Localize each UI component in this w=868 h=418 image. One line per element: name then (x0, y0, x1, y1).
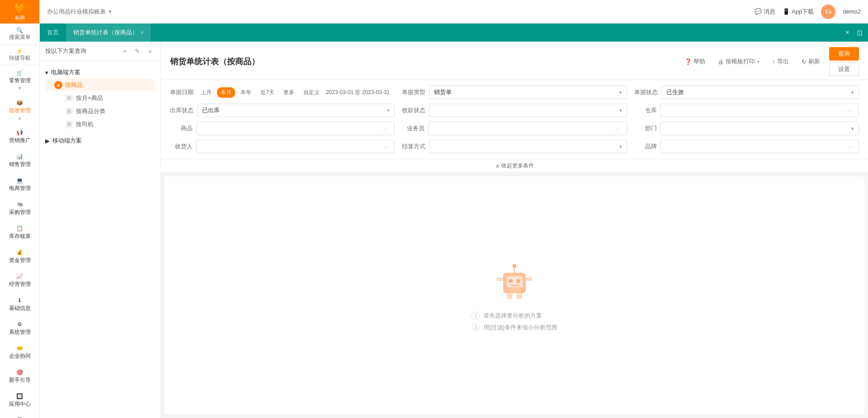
collapse-panel-button[interactable]: « (145, 46, 155, 56)
filter-doc-type: 单据类型 销货单 ▾ (402, 86, 627, 99)
app-download-button[interactable]: 📱 App下载 (783, 8, 814, 16)
warehouse-status-value: 已出库 (202, 106, 220, 114)
mobile-group-title[interactable]: ▶ 移动端方案 (45, 135, 155, 147)
scheme-item-by-goods[interactable]: ● 按商品 (45, 79, 155, 91)
avatar[interactable]: Ea (821, 5, 835, 19)
sidebar-item-retail[interactable]: 🛒 零售管理 ▾ (0, 65, 39, 95)
tab-close-icon[interactable]: × (141, 29, 144, 36)
brand-label: 品牌 (634, 142, 657, 151)
sidebar-item-operations[interactable]: 📈 经营管理 (0, 269, 39, 293)
sidebar-item-label: 电商管理 (9, 185, 31, 192)
sidebar-item-sales[interactable]: 📊 销售管理 (0, 149, 39, 173)
sidebar-item-label: 营销推广 (9, 137, 31, 144)
dept-select[interactable]: ▾ (660, 122, 859, 135)
empty-step-1: 1 请先选择要分析的方案 (472, 312, 557, 320)
svg-rect-7 (526, 277, 533, 281)
sidebar-item-ecommerce[interactable]: 💻 电商管理 (0, 173, 39, 197)
sidebar-item-basicinfo[interactable]: ℹ 基础信息 (0, 293, 39, 317)
sidebar-item-wechat[interactable]: 💬 企业微信 (0, 413, 39, 418)
sales-icon: 📊 (16, 153, 23, 160)
edit-scheme-button[interactable]: ✎ (132, 46, 142, 56)
payment-status-select[interactable]: ▾ (429, 104, 627, 117)
add-scheme-button[interactable]: + (120, 46, 130, 56)
group-arrow-icon: ▾ (45, 69, 48, 76)
sidebar-item-finance[interactable]: 💰 资金管理 (0, 245, 39, 269)
date-tab-custom[interactable]: 自定义 (300, 87, 323, 98)
help-button[interactable]: ❓ 帮助 (681, 56, 709, 67)
finance-icon: 💰 (16, 249, 23, 256)
staff-label: 业务员 (402, 124, 425, 133)
filter-doc-status: 单据状态 已生效 ▾ (634, 86, 859, 99)
sidebar-item-search[interactable]: 🔍 搜索菜单 (0, 24, 39, 45)
goods-select[interactable]: ··· (196, 122, 395, 135)
print-arrow-icon: ▾ (757, 58, 760, 65)
warehouse-select[interactable]: ··· (660, 104, 859, 117)
brand-select[interactable]: ··· (660, 140, 859, 153)
svg-rect-9 (517, 293, 522, 299)
scheme-item-by-month-goods[interactable]: 按 按月+商品 (56, 92, 155, 104)
date-tab-more[interactable]: 更多 (280, 87, 298, 98)
basicinfo-icon: ℹ (19, 297, 21, 304)
breadcrumb-text: 办公用品行业模拟账表 (47, 8, 106, 16)
refresh-label: 刷新 (808, 57, 820, 66)
sidebar-item-label: 应用中心 (9, 400, 31, 408)
export-button[interactable]: ↑ 导出 (769, 56, 793, 67)
sidebar-item-marketing[interactable]: 📢 营销推广 (0, 125, 39, 149)
content-area: 按以下方案查询 + ✎ « ▾ 电脑端方案 (40, 42, 868, 418)
date-tab-this-year[interactable]: 本年 (237, 87, 255, 98)
sidebar-item-purchase[interactable]: 🛍 采购管理 (0, 197, 39, 221)
pc-scheme-sub: 按 按月+商品 按 按商品分类 按 按司机 (45, 92, 155, 131)
help-label: 帮助 (693, 57, 705, 66)
staff-dots-icon: ··· (615, 125, 622, 132)
quicknav-icon: ⚡ (0, 48, 39, 54)
refresh-button[interactable]: ↻ 刷新 (798, 56, 824, 67)
brand-dots-icon: ··· (847, 143, 854, 150)
ecommerce-icon: 💻 (16, 177, 23, 184)
scheme-item-by-category[interactable]: 按 按商品分类 (56, 105, 155, 118)
settlement-label: 结算方式 (402, 142, 425, 151)
date-tab-7days[interactable]: 近7天 (257, 87, 278, 98)
empty-illustration (492, 259, 537, 304)
sidebar-item-inventory[interactable]: 📋 库存核算 (0, 221, 39, 245)
receiver-select[interactable]: ··· (196, 140, 395, 153)
pc-group-title[interactable]: ▾ 电脑端方案 (45, 66, 155, 78)
staff-select[interactable]: ··· (428, 122, 627, 135)
scheme-item-by-driver[interactable]: 按 按司机 (56, 118, 155, 131)
doc-status-caret-icon: ▾ (851, 90, 854, 95)
sidebar-item-system[interactable]: ⚙ 系统管理 (0, 317, 39, 341)
sidebar-item-wholesale[interactable]: 📦 批发管理 ▴ (0, 95, 39, 125)
tab-minimize-button[interactable]: × (844, 28, 851, 38)
date-tab-last-month[interactable]: 上月 (197, 87, 215, 98)
goods-label: 商品 (170, 124, 193, 133)
collapse-filters-button[interactable]: ∧ 收起更多条件 (161, 159, 868, 173)
message-icon: 💬 (755, 8, 762, 15)
sidebar-item-label: 企业协同 (9, 352, 31, 360)
user-abbr: Ea (825, 9, 832, 15)
settlement-select[interactable]: ▾ (429, 140, 627, 153)
query-button[interactable]: 查询 (829, 47, 859, 61)
query-settings-group: 查询 设置 (829, 47, 859, 76)
purchase-icon: 🛍 (17, 201, 23, 208)
filter-row-1: 单据日期 上月 本月 本年 近7天 更多 自定义 2023-03-01 至 20… (170, 86, 859, 99)
breadcrumb-arrow[interactable]: ▾ (108, 8, 112, 15)
tab-maximize-button[interactable]: ⊡ (855, 28, 864, 38)
sidebar-item-collab[interactable]: 🤝 企业协同 (0, 341, 39, 365)
scheme-item-label: 按商品 (65, 81, 83, 89)
date-tab-this-month[interactable]: 本月 (217, 87, 235, 98)
tab-sales-report[interactable]: 销货单统计表（按商品） × (66, 24, 151, 42)
sidebar-item-appcenter[interactable]: 🔲 应用中心 (0, 389, 39, 413)
doc-status-select[interactable]: 已生效 ▾ (661, 86, 859, 99)
sidebar-item-newuser[interactable]: 🎯 新手引导 (0, 365, 39, 389)
sidebar-item-label: 基础信息 (9, 304, 31, 312)
message-button[interactable]: 💬 消息 (755, 8, 775, 16)
print-button[interactable]: 🖨 按模板打印 ▾ (714, 56, 764, 67)
tab-home[interactable]: 首页 (40, 24, 66, 42)
settings-button[interactable]: 设置 (829, 62, 859, 76)
user-label: demo2 (843, 8, 861, 15)
warehouse-status-select[interactable]: 已出库 ▾ (197, 104, 395, 117)
svg-point-5 (513, 264, 516, 268)
doc-type-select[interactable]: 销货单 ▾ (429, 86, 627, 99)
retail-icon: 🛒 (16, 70, 23, 76)
breadcrumb: 办公用品行业模拟账表 ▾ (47, 8, 749, 16)
sidebar-item-quicknav[interactable]: ⚡ 快捷导航 (0, 45, 39, 65)
